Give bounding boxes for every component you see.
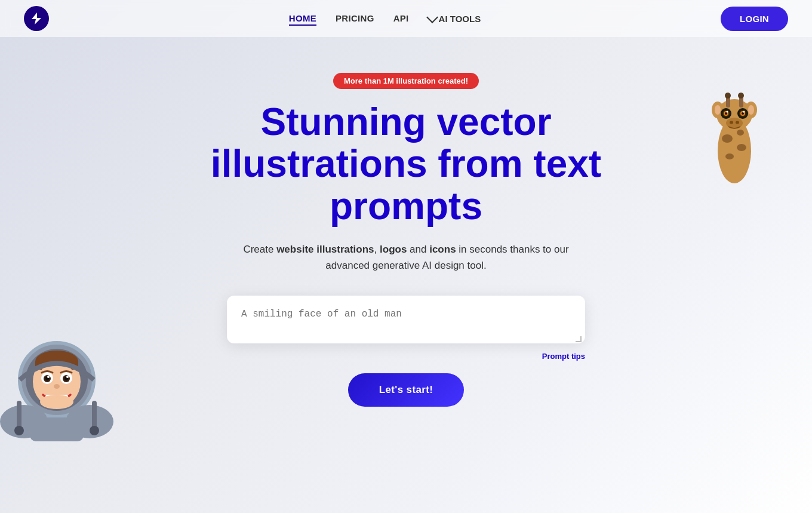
svg-point-27 <box>736 121 739 124</box>
nav-pricing[interactable]: PRICING <box>336 13 374 23</box>
nav-links: HOME PRICING API AI TOOLS <box>289 13 481 24</box>
nav-ai-tools[interactable]: AI TOOLS <box>428 14 481 24</box>
hero-title: Stunning vector illustrations from text … <box>211 101 601 227</box>
resize-handle-icon <box>576 336 582 342</box>
svg-point-40 <box>47 376 50 378</box>
svg-point-23 <box>727 111 728 113</box>
hero-section: More than 1M illustration created! Stunn… <box>0 37 812 431</box>
svg-point-2 <box>722 134 733 143</box>
svg-rect-48 <box>30 417 84 441</box>
svg-point-12 <box>725 93 731 99</box>
prompt-tips-container: Prompt tips <box>227 351 585 361</box>
astronaut-decoration <box>0 329 113 443</box>
svg-marker-0 <box>32 13 41 24</box>
hero-badge: More than 1M illustration created! <box>333 73 479 89</box>
svg-point-22 <box>742 112 744 115</box>
chevron-down-icon <box>426 11 438 23</box>
svg-point-4 <box>725 153 734 159</box>
svg-point-3 <box>737 144 746 151</box>
hero-subtitle: Create website illustrations, logos and … <box>233 241 579 274</box>
svg-point-52 <box>90 426 99 435</box>
prompt-input-container <box>227 296 585 346</box>
giraffe-decoration <box>693 79 776 186</box>
ai-tools-label: AI TOOLS <box>439 14 481 24</box>
nav-api[interactable]: API <box>393 13 409 23</box>
svg-point-14 <box>738 93 744 99</box>
svg-point-41 <box>66 376 69 378</box>
svg-point-44 <box>40 395 73 409</box>
svg-point-50 <box>14 426 24 435</box>
svg-point-26 <box>730 121 733 124</box>
svg-point-10 <box>748 105 754 115</box>
logo[interactable] <box>24 6 49 31</box>
svg-point-24 <box>743 111 745 113</box>
svg-point-8 <box>715 105 721 115</box>
svg-point-5 <box>737 130 744 136</box>
prompt-tips-link[interactable]: Prompt tips <box>542 352 585 361</box>
prompt-input[interactable] <box>227 296 585 343</box>
login-button[interactable]: LOGIN <box>721 7 788 31</box>
svg-point-21 <box>725 112 727 115</box>
start-button[interactable]: Let's start! <box>348 373 464 407</box>
logo-icon <box>24 6 49 31</box>
svg-point-42 <box>54 384 60 389</box>
nav-home[interactable]: HOME <box>289 13 316 26</box>
navbar: HOME PRICING API AI TOOLS LOGIN <box>0 0 812 37</box>
